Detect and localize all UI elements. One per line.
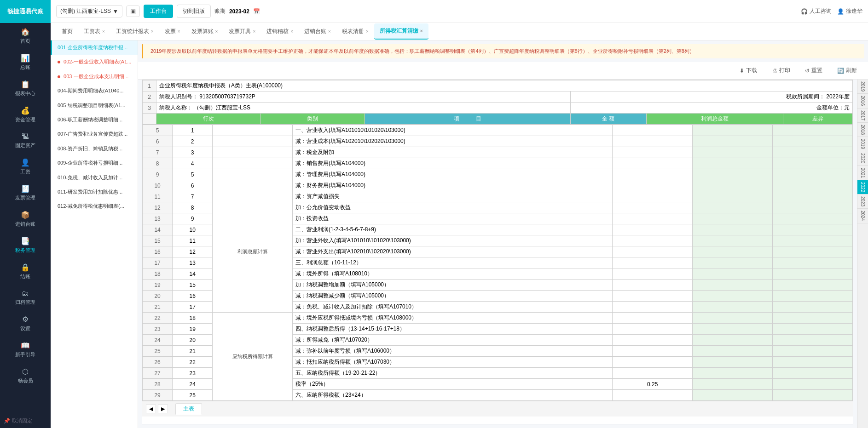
year-2022[interactable]: 2022	[857, 180, 868, 194]
tab-invoice-issue-close[interactable]: ×	[253, 29, 255, 34]
tab-purchase-audit-close[interactable]: ×	[290, 29, 293, 34]
diff-cell[interactable]	[773, 202, 853, 213]
tab-payroll[interactable]: 工资表 ×	[78, 24, 110, 39]
profit-cell[interactable]	[693, 125, 773, 136]
diff-cell[interactable]	[773, 235, 853, 246]
item-cell[interactable]: 减：纳税调整减少额（填写A105000）	[292, 291, 612, 302]
profit-cell[interactable]	[693, 324, 773, 335]
profit-cell[interactable]	[693, 268, 773, 280]
item-cell[interactable]: 减：税金及附加	[292, 147, 612, 158]
sidebar-item-member[interactable]: ⬡ 畅会员	[0, 363, 51, 389]
sheet-nav-prev[interactable]: ◀	[146, 405, 156, 413]
amount-cell[interactable]	[613, 368, 693, 379]
item-cell[interactable]: 减：抵扣应纳税所得额（填写A107030）	[292, 357, 612, 368]
diff-cell[interactable]	[773, 346, 853, 357]
item-cell[interactable]: 减：免税、减计收入及加计扣除（填写A107010）	[292, 302, 612, 313]
tab-invoice-calc[interactable]: 发票算账 ×	[186, 24, 224, 39]
item-cell[interactable]: 减：财务费用(填写A104000)	[292, 180, 612, 191]
item-cell[interactable]: 六、应纳所得税额（23×24）	[292, 390, 612, 401]
left-panel-item-006[interactable]: 006-职工薪酬纳税调整明细...	[51, 113, 138, 127]
sheet-tab-main[interactable]: 主表	[175, 403, 202, 415]
amount-cell[interactable]	[613, 280, 693, 291]
profit-cell[interactable]	[693, 313, 773, 324]
year-2020[interactable]: 2020	[857, 151, 868, 165]
diff-cell[interactable]	[773, 302, 853, 313]
tab-invoice-close[interactable]: ×	[178, 29, 180, 34]
year-2017[interactable]: 2017	[857, 108, 868, 123]
diff-cell[interactable]	[773, 313, 853, 324]
diff-cell[interactable]	[773, 169, 853, 180]
amount-cell[interactable]	[613, 346, 693, 357]
item-cell[interactable]: 一、营业收入(填写A101010\101020\103000)	[292, 125, 612, 136]
unpin-button[interactable]: 📌 取消固定	[0, 414, 51, 428]
sidebar-item-payroll[interactable]: 👤 工资	[0, 154, 51, 180]
profit-cell[interactable]	[693, 368, 773, 379]
item-cell[interactable]: 减：销售费用(填写A104000)	[292, 158, 612, 169]
diff-cell[interactable]	[773, 268, 853, 280]
amount-cell[interactable]	[613, 313, 693, 324]
support-button[interactable]: 🎧 人工咨询	[801, 7, 832, 15]
left-panel-item-007[interactable]: 007-广告费和业务宣传费超跌...	[51, 127, 138, 141]
item-cell[interactable]: 加：纳税调整增加额（填写A105000）	[292, 280, 612, 291]
diff-cell[interactable]	[773, 136, 853, 147]
item-cell[interactable]: 二、营业利润(1-2-3-4-5-6-7-8+9)	[292, 224, 612, 235]
profit-cell[interactable]	[693, 191, 773, 202]
item-cell[interactable]: 减：营业成本(填写A102010\102020\103000)	[292, 136, 612, 147]
profit-cell[interactable]	[693, 346, 773, 357]
profit-cell[interactable]	[693, 202, 773, 213]
left-panel-item-005[interactable]: 005-纳税调整项目明细表(A1...	[51, 98, 138, 113]
amount-cell[interactable]	[613, 136, 693, 147]
amount-cell[interactable]	[613, 302, 693, 313]
diff-cell[interactable]	[773, 191, 853, 202]
item-cell[interactable]: 税率（25%）	[292, 379, 612, 390]
diff-cell[interactable]	[773, 213, 853, 224]
amount-cell[interactable]	[613, 213, 693, 224]
sidebar-item-home[interactable]: 🏠 首页	[0, 23, 51, 49]
print-button[interactable]: 🖨 打印	[768, 65, 794, 76]
year-2024[interactable]: 2024	[857, 209, 868, 223]
sidebar-item-fixed-assets[interactable]: 🏗 固定资产	[0, 128, 51, 154]
profit-cell[interactable]	[693, 280, 773, 291]
diff-cell[interactable]	[773, 324, 853, 335]
profit-cell[interactable]	[693, 136, 773, 147]
amount-cell[interactable]: 0.25	[613, 379, 693, 390]
left-panel-item-004[interactable]: 004-期间费用明细表(A1040...	[51, 84, 138, 98]
year-2023[interactable]: 2023	[857, 194, 868, 209]
item-cell[interactable]: 加：公允价值变动收益	[292, 202, 612, 213]
left-panel-item-012[interactable]: 012-减免所得税优惠明细表(...	[51, 199, 138, 213]
year-2019b[interactable]: 2019	[857, 137, 868, 151]
tab-home[interactable]: 首页	[56, 24, 78, 39]
year-2019[interactable]: 2019	[857, 80, 868, 94]
tab-purchase-ledger-close[interactable]: ×	[328, 29, 331, 34]
amount-cell[interactable]	[613, 357, 693, 368]
profit-cell[interactable]	[693, 291, 773, 302]
profit-cell[interactable]	[693, 357, 773, 368]
profit-cell[interactable]	[693, 257, 773, 268]
amount-cell[interactable]	[613, 169, 693, 180]
workbench-button[interactable]: 工作台	[144, 5, 173, 18]
company-selector[interactable]: (勾删) 江西服宝-LSS ▼	[56, 5, 122, 17]
amount-cell[interactable]	[613, 324, 693, 335]
tab-invoice[interactable]: 发票 ×	[159, 24, 186, 39]
item-cell[interactable]: 加：营业外收入(填写A101010\101020\103000)	[292, 235, 612, 246]
sidebar-item-archive[interactable]: 🗂 归档管理	[0, 285, 51, 310]
item-cell[interactable]: 减：资产减值损失	[292, 191, 612, 202]
diff-cell[interactable]	[773, 224, 853, 235]
profit-cell[interactable]	[693, 147, 773, 158]
item-cell[interactable]: 五、应纳税所得额（19-20-21-22）	[292, 368, 612, 379]
diff-cell[interactable]	[773, 125, 853, 136]
amount-cell[interactable]	[613, 191, 693, 202]
diff-cell[interactable]	[773, 257, 853, 268]
diff-cell[interactable]	[773, 291, 853, 302]
tab-invoice-issue[interactable]: 发票开具 ×	[223, 24, 261, 39]
left-panel-item-002[interactable]: 002-一般企业收入明细表(A1...	[51, 55, 138, 69]
reset-button[interactable]: ↺ 重置	[801, 65, 826, 76]
left-panel-item-001[interactable]: 001-企业所得税年度纳税申报...	[51, 40, 138, 55]
sheet-nav-next[interactable]: ▶	[158, 405, 168, 413]
calendar-icon[interactable]: 📅	[253, 8, 260, 15]
amount-cell[interactable]	[613, 180, 693, 191]
tab-invoice-calc-close[interactable]: ×	[215, 29, 218, 34]
year-2021[interactable]: 2021	[857, 166, 868, 180]
amount-cell[interactable]	[613, 125, 693, 136]
profit-cell[interactable]	[693, 213, 773, 224]
